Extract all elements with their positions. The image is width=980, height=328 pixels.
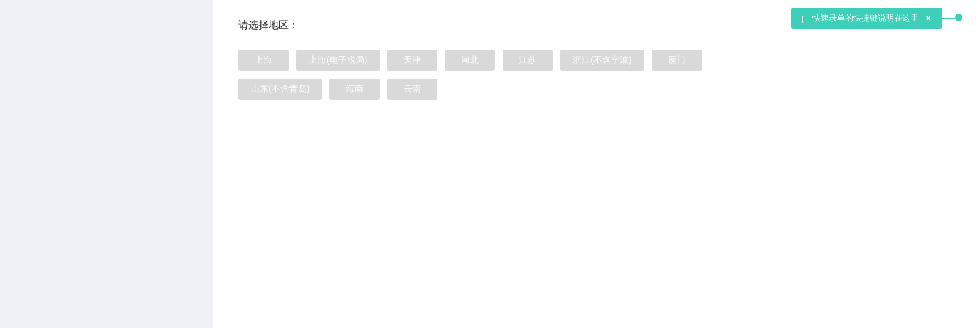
tooltip-banner: 快速录单的快捷键说明在这里 × xyxy=(791,8,942,29)
tooltip-connector-line xyxy=(942,18,955,19)
region-btn-hainan[interactable]: 海南 xyxy=(329,79,380,100)
region-btn-tianjin[interactable]: 天津 xyxy=(387,50,437,71)
region-btn-xiamen[interactable]: 厦门 xyxy=(652,50,702,71)
region-row-2: 山东(不含青岛) 海南 云南 xyxy=(238,79,955,100)
sidebar xyxy=(0,0,213,328)
region-btn-shandong[interactable]: 山东(不含青岛) xyxy=(238,79,322,100)
region-row-1: 上海 上海(电子税局) 天津 河北 江苏 浙江(不含宁波) 厦门 xyxy=(238,50,955,71)
region-btn-zhejiang[interactable]: 浙江(不含宁波) xyxy=(560,50,644,71)
region-btn-yunnan[interactable]: 云南 xyxy=(387,79,437,100)
tooltip-text: 快速录单的快捷键说明在这里 xyxy=(812,13,919,24)
main-content: 请选择地区： 上海 上海(电子税局) 天津 河北 江苏 浙江(不含宁波) 厦门 … xyxy=(213,0,980,328)
region-btn-jiangsu[interactable]: 江苏 xyxy=(503,50,553,71)
tooltip-close-button[interactable]: × xyxy=(925,13,932,23)
tooltip-connector-dot xyxy=(955,14,962,21)
region-btn-hebei[interactable]: 河北 xyxy=(445,50,495,71)
region-btn-shanghai-etax[interactable]: 上海(电子税局) xyxy=(296,50,380,71)
region-btn-shanghai[interactable]: 上海 xyxy=(238,50,289,71)
